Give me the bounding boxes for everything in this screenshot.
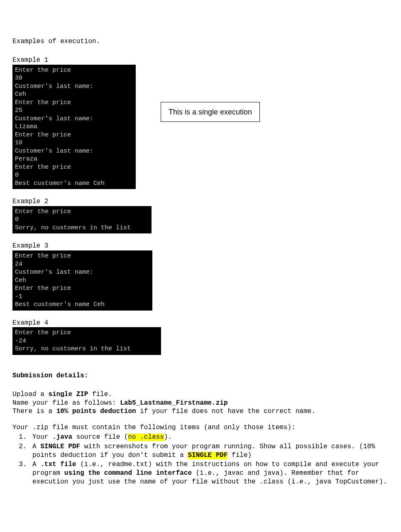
- submission-title: Submission details:: [12, 372, 389, 380]
- bold-text: .java: [52, 433, 72, 441]
- highlighted-text: no .class: [128, 433, 164, 441]
- text: There is a: [12, 408, 56, 415]
- text: if your file does not have the correct n…: [136, 408, 315, 415]
- bold-text: SINGLE PDF: [40, 443, 80, 450]
- text: A: [32, 443, 40, 450]
- text: file): [227, 452, 252, 459]
- text: A: [32, 461, 40, 468]
- example-1-label: Example 1: [12, 56, 389, 65]
- bold-text: .txt file: [40, 461, 76, 468]
- list-item: Your .java source file (no .class).: [31, 433, 389, 442]
- console-output-3: Enter the price 24 Customer's last name:…: [12, 250, 152, 311]
- console-output-2: Enter the price 0 Sorry, no customers in…: [12, 206, 152, 234]
- list-item: A .txt file (i.e., readme.txt) with the …: [31, 460, 389, 486]
- submission-list: Your .java source file (no .class). A SI…: [22, 433, 389, 486]
- intro-text: Examples of execution.: [12, 37, 389, 46]
- submission-line-3: There is a 10% points deduction if your …: [12, 407, 389, 416]
- example-3-label: Example 3: [12, 242, 389, 250]
- example-2-label: Example 2: [12, 197, 389, 206]
- list-item: A SINGLE PDF with screenshots from your …: [31, 442, 389, 460]
- example-1-row: Enter the price 30 Customer's last name:…: [12, 65, 389, 189]
- text: file.: [88, 391, 112, 398]
- submission-line-4: Your .zip file must contain the followin…: [12, 423, 389, 432]
- text: Name your file as follows:: [12, 399, 120, 407]
- console-output-4: Enter the price -24 Sorry, no customers …: [12, 327, 161, 355]
- text: ).: [164, 433, 172, 441]
- console-output-1: Enter the price 30 Customer's last name:…: [12, 65, 136, 189]
- submission-line-1: Upload a single ZIP file.: [12, 390, 389, 399]
- bold-text: using the command line interface: [64, 469, 192, 477]
- bold-text: single ZIP: [48, 391, 88, 398]
- bold-text: Lab5_Lastname_Firstname.zip: [120, 399, 227, 407]
- text: Your: [32, 433, 52, 441]
- submission-line-2: Name your file as follows: Lab5_Lastname…: [12, 399, 389, 408]
- callout-box: This is a single execution: [161, 102, 260, 122]
- highlighted-bold-text: SINGLE PDF: [188, 452, 227, 459]
- bold-text: 10% points deduction: [56, 408, 136, 415]
- text: Upload a: [12, 391, 48, 398]
- text: source file (: [72, 433, 128, 441]
- example-4-label: Example 4: [12, 319, 389, 328]
